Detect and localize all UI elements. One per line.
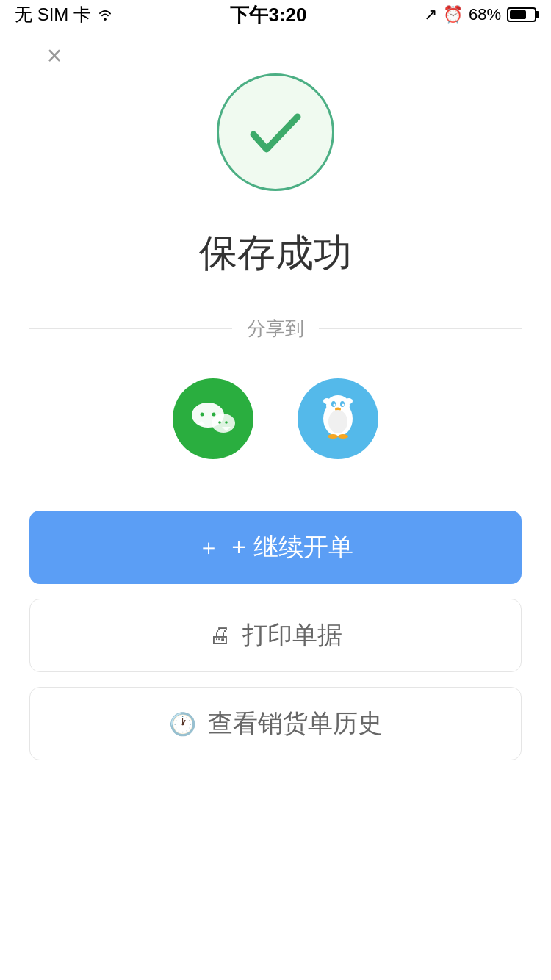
status-bar: 无 SIM 卡 下午3:20 ↗ ⏰ 68% [0,0,551,29]
svg-point-1 [212,414,235,433]
sim-label: 无 SIM 卡 [15,3,91,26]
close-button[interactable]: × [37,38,72,73]
location-icon: ↗ [424,5,437,24]
svg-point-13 [342,404,345,406]
print-button[interactable]: 🖨 打印单据 [29,599,522,672]
battery-icon [507,7,536,22]
wechat-icon [190,399,237,439]
close-icon: × [46,43,62,69]
qq-icon [317,394,359,444]
continue-button[interactable]: ＋ + 继续开单 [29,511,522,584]
success-title: 保存成功 [199,228,352,279]
continue-label: + 继续开单 [231,530,353,564]
svg-point-18 [323,398,331,404]
svg-point-4 [218,421,221,424]
status-left: 无 SIM 卡 [15,3,113,26]
wechat-share-button[interactable] [173,378,253,459]
plus-icon: ＋ [198,533,220,563]
svg-point-12 [334,404,336,406]
success-icon-circle [217,73,334,191]
qq-share-button[interactable] [298,378,378,459]
wifi-icon [97,9,113,21]
checkmark-icon [246,107,305,158]
divider-left [29,328,232,329]
share-label: 分享到 [247,316,304,342]
printer-icon: 🖨 [209,623,231,648]
svg-point-3 [212,412,215,416]
svg-point-2 [200,412,204,416]
history-label: 查看销货单历史 [208,707,383,741]
alarm-icon: ⏰ [443,5,463,24]
clock-icon: 🕐 [169,711,196,737]
svg-point-15 [328,410,347,433]
share-divider: 分享到 [29,316,522,342]
status-right: ↗ ⏰ 68% [424,5,536,24]
svg-point-19 [345,398,353,404]
action-buttons: ＋ + 继续开单 🖨 打印单据 🕐 查看销货单历史 [29,511,522,760]
battery-percent: 68% [469,5,501,24]
history-button[interactable]: 🕐 查看销货单历史 [29,687,522,760]
svg-point-5 [225,421,228,424]
print-label: 打印单据 [242,619,342,652]
main-content: 保存成功 分享到 [0,29,551,790]
share-icons-container [173,378,378,459]
divider-right [319,328,522,329]
svg-point-17 [338,434,348,439]
svg-point-16 [328,434,338,439]
status-time: 下午3:20 [230,2,306,28]
